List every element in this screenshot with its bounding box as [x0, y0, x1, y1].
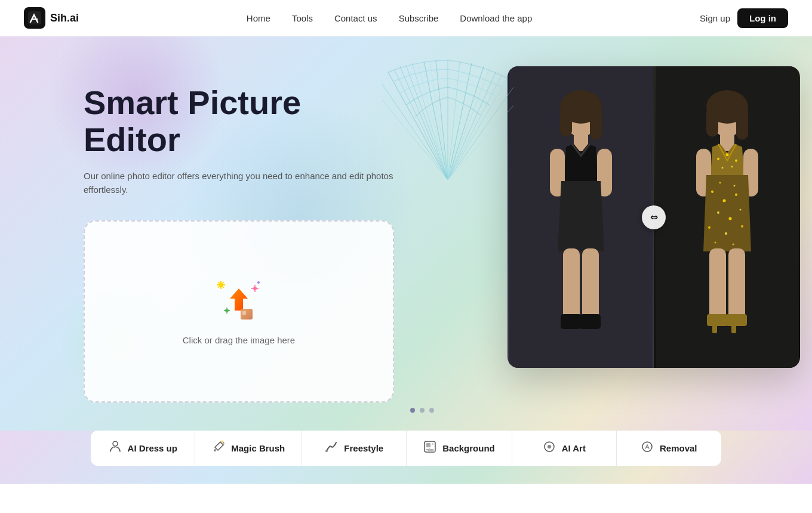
- svg-line-21: [448, 67, 490, 180]
- svg-point-69: [739, 209, 741, 211]
- svg-point-66: [735, 193, 737, 196]
- svg-rect-43: [590, 107, 602, 140]
- ai-art-button[interactable]: AI Art: [512, 431, 617, 466]
- svg-point-84: [214, 449, 216, 451]
- dot-2[interactable]: [420, 408, 425, 413]
- svg-point-74: [732, 244, 734, 245]
- svg-line-85: [223, 442, 224, 443]
- svg-line-11: [448, 78, 508, 180]
- svg-point-61: [731, 166, 733, 168]
- background-icon: [423, 440, 436, 456]
- main-nav: Home Tools Contact us Subscribe Download…: [247, 13, 532, 23]
- header: Sih.ai Home Tools Contact us Subscribe D…: [0, 0, 812, 36]
- svg-point-75: [719, 182, 721, 184]
- hero-left: Smart Picture Editor Our online photo ed…: [84, 72, 406, 403]
- lower-section: Freestyle: [0, 484, 812, 513]
- ai-dress-up-icon: [109, 440, 122, 456]
- freestyle-button[interactable]: Freestyle: [302, 431, 407, 466]
- removal-button[interactable]: Removal: [617, 431, 721, 466]
- ai-art-label: AI Art: [562, 443, 586, 453]
- svg-rect-47: [563, 248, 580, 320]
- comparison-before: [508, 66, 654, 368]
- svg-point-87: [223, 443, 224, 444]
- freestyle-label: Freestyle: [344, 443, 383, 453]
- svg-rect-90: [426, 443, 430, 447]
- svg-line-7: [448, 62, 460, 180]
- svg-line-16: [418, 63, 448, 180]
- svg-point-94: [548, 445, 551, 449]
- background-label: Background: [442, 443, 495, 453]
- svg-point-60: [721, 167, 723, 169]
- svg-rect-77: [709, 248, 726, 320]
- ai-dress-up-button[interactable]: AI Dress up: [91, 431, 195, 466]
- svg-point-76: [733, 185, 735, 187]
- svg-line-19: [448, 75, 502, 180]
- svg-rect-79: [707, 314, 728, 326]
- comparison-divider[interactable]: ⇔: [642, 205, 666, 229]
- carousel-dots: [410, 408, 434, 413]
- svg-point-68: [728, 217, 731, 220]
- comparison-image: ⇔: [508, 66, 800, 368]
- svg-point-70: [708, 226, 710, 229]
- hero-subtitle: Our online photo editor offers everythin…: [84, 170, 406, 196]
- svg-line-2: [400, 66, 448, 180]
- hero-title: Smart Picture Editor: [84, 84, 406, 158]
- removal-label: Removal: [660, 443, 697, 453]
- comparison-container: ⇔: [508, 66, 800, 368]
- magic-brush-button[interactable]: Magic Brush: [195, 431, 302, 466]
- nav-contact[interactable]: Contact us: [334, 13, 377, 23]
- upload-dropzone[interactable]: Click or drag the image here: [84, 220, 394, 403]
- svg-rect-82: [731, 324, 736, 333]
- magic-brush-label: Magic Brush: [231, 443, 285, 453]
- header-actions: Sign up Log in: [700, 8, 788, 28]
- svg-rect-78: [728, 248, 745, 320]
- hero-section: // We'll use polylines to simulate the s…: [0, 36, 812, 431]
- svg-line-20: [406, 65, 448, 180]
- svg-rect-91: [432, 443, 433, 445]
- ai-art-icon: [543, 440, 556, 456]
- svg-rect-56: [736, 107, 748, 140]
- tool-toolbar: AI Dress up Magic Brush Freestyle: [0, 431, 812, 484]
- svg-line-22: [430, 61, 448, 180]
- divider-arrows: ⇔: [650, 211, 658, 223]
- svg-point-57: [717, 158, 719, 160]
- upload-instructions: Click or drag the image here: [183, 335, 295, 345]
- nav-download[interactable]: Download the app: [460, 13, 532, 23]
- svg-point-71: [725, 232, 727, 235]
- svg-rect-81: [726, 314, 747, 326]
- svg-line-8: [448, 63, 472, 180]
- dot-1[interactable]: [410, 408, 415, 413]
- svg-point-59: [735, 159, 737, 162]
- svg-line-10: [448, 72, 496, 180]
- log-in-button[interactable]: Log in: [737, 8, 788, 28]
- sign-up-button[interactable]: Sign up: [700, 13, 730, 23]
- dot-3[interactable]: [429, 408, 434, 413]
- svg-point-67: [717, 211, 719, 214]
- svg-line-5: [436, 60, 448, 180]
- svg-rect-49: [561, 314, 582, 329]
- svg-point-83: [113, 441, 118, 446]
- background-button[interactable]: Background: [407, 431, 512, 466]
- svg-point-58: [725, 153, 728, 156]
- svg-line-3: [412, 63, 448, 180]
- removal-icon: [641, 440, 654, 456]
- svg-point-95: [642, 442, 652, 451]
- svg-line-17: [448, 65, 478, 180]
- freestyle-icon: [325, 440, 338, 456]
- svg-point-65: [722, 199, 725, 202]
- svg-point-86: [222, 441, 223, 443]
- svg-point-88: [325, 450, 328, 452]
- upload-icon: [212, 278, 266, 325]
- logo[interactable]: Sih.ai: [24, 7, 79, 29]
- nav-home[interactable]: Home: [247, 13, 270, 23]
- svg-rect-34: [242, 311, 246, 315]
- nav-tools[interactable]: Tools: [292, 13, 313, 23]
- svg-rect-80: [712, 324, 717, 333]
- svg-line-15: [448, 102, 513, 180]
- svg-point-73: [714, 242, 716, 244]
- logo-text: Sih.ai: [50, 12, 79, 24]
- svg-point-32: [257, 281, 260, 284]
- nav-subscribe[interactable]: Subscribe: [399, 13, 439, 23]
- svg-rect-42: [560, 107, 572, 137]
- comparison-after: [654, 66, 800, 368]
